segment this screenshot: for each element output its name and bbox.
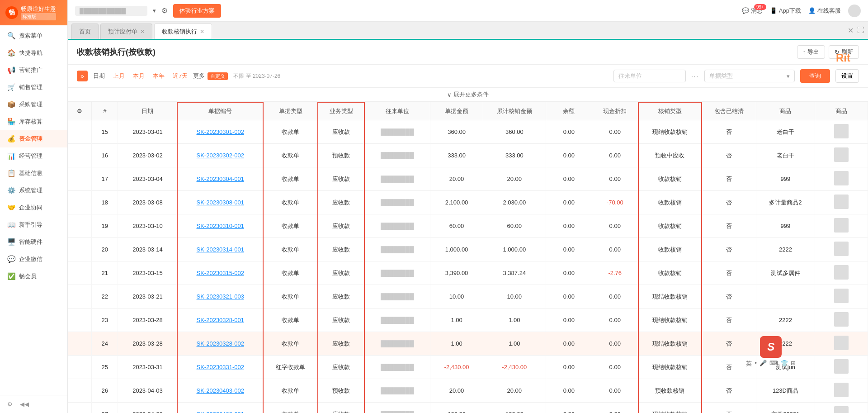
cell-docno[interactable]: SK-20230302-002 bbox=[177, 144, 263, 167]
logo: 畅 畅康道好生意 标推版 bbox=[0, 0, 67, 25]
logo-title: 畅康道好生意 bbox=[21, 5, 56, 13]
settings-btn[interactable]: 设置 bbox=[835, 69, 859, 83]
cell-doctype: 收款单 bbox=[263, 214, 318, 238]
cell-unit: ████████ bbox=[364, 214, 430, 238]
cell-docno[interactable]: SK-20230408-001 bbox=[177, 403, 263, 413]
chevron-down-icon: ∨ bbox=[447, 91, 452, 98]
user-avatar[interactable] bbox=[848, 5, 861, 17]
sidebar-item-inventory[interactable]: 🏪 库存核算 bbox=[0, 113, 67, 130]
export-btn[interactable]: ↑ 导出 bbox=[797, 45, 826, 59]
sidebar-item-enterprise[interactable]: 🤝 企业协同 bbox=[0, 199, 67, 216]
cell-amount: 3,390.00 bbox=[430, 261, 483, 285]
cell-docno[interactable]: SK-20230328-001 bbox=[177, 309, 263, 332]
tab-receivable[interactable]: 收款核销执行 ✕ bbox=[154, 24, 212, 39]
cell-include: 否 bbox=[702, 238, 756, 261]
sidebar-item-operation[interactable]: 📊 经营管理 bbox=[0, 147, 67, 165]
cell-rownum: 22 bbox=[92, 285, 118, 309]
sidebar-item-guide[interactable]: 📖 新手引导 bbox=[0, 216, 67, 233]
cell-docno[interactable]: SK-20230301-002 bbox=[177, 120, 263, 144]
cell-balance: 0.00 bbox=[546, 332, 592, 356]
filter-custom-btn[interactable]: 自定义 bbox=[208, 72, 228, 80]
app-download-btn[interactable]: 📱 App下载 bbox=[770, 7, 801, 15]
cell-goods: 2222 bbox=[756, 332, 815, 356]
close-all-btn[interactable]: ✕ bbox=[848, 26, 854, 35]
sidebar-item-label: 系统管理 bbox=[19, 186, 42, 195]
sidebar-item-search[interactable]: 🔍 搜索菜单 bbox=[0, 27, 67, 44]
sidebar-item-system[interactable]: ⚙️ 系统管理 bbox=[0, 182, 67, 199]
cell-rownum: 18 bbox=[92, 191, 118, 214]
filter-7days-btn[interactable]: 近7天 bbox=[170, 71, 190, 81]
cell-biztype: 应收款 bbox=[318, 238, 364, 261]
filter-more-btn[interactable]: 更多 bbox=[193, 72, 205, 80]
rit-username-text: Rit bbox=[836, 52, 850, 64]
cell-doctype: 收款单 bbox=[263, 238, 318, 261]
sidebar-item-label: 智能硬件 bbox=[19, 238, 42, 246]
sidebar-item-marketing[interactable]: 📢 营销推广 bbox=[0, 62, 67, 79]
cell-canceltype: 现结收款核销 bbox=[638, 403, 702, 413]
cell-biztype: 应收款 bbox=[318, 214, 364, 238]
cell-goods: 测试jun bbox=[756, 356, 815, 379]
cell-docno[interactable]: SK-20230314-001 bbox=[177, 238, 263, 261]
tab-receivable-label: 收款核销执行 bbox=[162, 28, 197, 36]
sidebar-item-label: 新手引导 bbox=[19, 221, 42, 229]
dropdown-icon[interactable]: ▾ bbox=[153, 7, 156, 14]
sidebar-item-basic[interactable]: 📋 基础信息 bbox=[0, 165, 67, 182]
filter-dots: ··· bbox=[691, 73, 699, 80]
sidebar-item-label: 搜索菜单 bbox=[19, 32, 42, 40]
filter-type-placeholder: 单据类型 bbox=[709, 72, 733, 80]
gear-icon[interactable]: ⚙ bbox=[161, 6, 168, 15]
sidebar-item-wechat[interactable]: 💬 企业微信 bbox=[0, 251, 67, 268]
cell-docno[interactable]: SK-20230403-002 bbox=[177, 379, 263, 403]
service-btn[interactable]: 👤 在线客服 bbox=[808, 7, 841, 15]
cell-docno[interactable]: SK-20230310-001 bbox=[177, 214, 263, 238]
sidebar-item-finance[interactable]: 💰 资金管理 bbox=[0, 130, 67, 147]
cell-amount: 2,100.00 bbox=[430, 191, 483, 214]
filter-this-month-btn[interactable]: 本月 bbox=[130, 71, 147, 81]
cell-docno[interactable]: SK-20230331-002 bbox=[177, 356, 263, 379]
cell-docno[interactable]: SK-20230304-001 bbox=[177, 167, 263, 191]
sidebar-item-label: 营销推广 bbox=[19, 66, 42, 74]
sidebar-item-hardware[interactable]: 🖥️ 智能硬件 bbox=[0, 233, 67, 251]
filter-last-month-btn[interactable]: 上月 bbox=[110, 71, 127, 81]
sidebar-item-member[interactable]: ✅ 畅会员 bbox=[0, 268, 67, 285]
sidebar-item-shortcut[interactable]: 🏠 快捷导航 bbox=[0, 44, 67, 62]
cell-balance: 0.00 bbox=[546, 309, 592, 332]
cell-goods2 bbox=[815, 214, 868, 238]
cell-unit: ████████ bbox=[364, 309, 430, 332]
tab-payable[interactable]: 预计应付单 ✕ bbox=[100, 24, 152, 39]
sidebar-collapse-icon[interactable]: ◀◀ bbox=[20, 401, 29, 408]
filter-type-select[interactable]: 单据类型 ▾ bbox=[704, 70, 795, 82]
cell-docno[interactable]: SK-20230308-001 bbox=[177, 191, 263, 214]
expand-more-btn[interactable]: ∨ 展开更多条件 bbox=[447, 90, 489, 99]
cell-include: 否 bbox=[702, 403, 756, 413]
table-container[interactable]: ⚙ # 日期 单据编号 单据类型 业务类型 往来单位 单据金额 累计核销金额 余… bbox=[68, 102, 868, 413]
cell-date: 2023-03-02 bbox=[118, 144, 177, 167]
tab-home[interactable]: 首页 bbox=[71, 24, 99, 39]
table-row: 162023-03-02SK-20230302-002收款单预收款███████… bbox=[68, 144, 868, 167]
sidebar-item-sales[interactable]: 🛒 销售管理 bbox=[0, 79, 67, 96]
sidebar-settings-icon[interactable]: ⚙ bbox=[7, 401, 13, 408]
message-btn[interactable]: 💬 消息 99+ bbox=[742, 7, 763, 15]
cell-settings bbox=[68, 238, 92, 261]
cell-docno[interactable]: SK-20230315-002 bbox=[177, 261, 263, 285]
table-row: 152023-03-01SK-20230301-002收款单应收款███████… bbox=[68, 120, 868, 144]
filter-toggle-btn[interactable]: » bbox=[77, 71, 88, 81]
sidebar: 畅 畅康道好生意 标推版 🔍 搜索菜单 🏠 快捷导航 📢 营销推广 🛒 销售管理… bbox=[0, 0, 68, 413]
cell-goods bbox=[756, 285, 815, 309]
expand-tab-btn[interactable]: ⛶ bbox=[857, 26, 864, 35]
tab-receivable-close[interactable]: ✕ bbox=[200, 28, 204, 35]
query-btn[interactable]: 查询 bbox=[800, 69, 830, 83]
tab-payable-close[interactable]: ✕ bbox=[140, 28, 145, 35]
cell-doctype: 收款单 bbox=[263, 167, 318, 191]
th-balance: 余额 bbox=[546, 102, 592, 120]
cell-docno[interactable]: SK-20230328-002 bbox=[177, 332, 263, 356]
cell-date: 2023-03-08 bbox=[118, 191, 177, 214]
tabbar: 首页 预计应付单 ✕ 收款核销执行 ✕ ✕ ⛶ bbox=[68, 22, 868, 40]
th-settings[interactable]: ⚙ bbox=[68, 102, 92, 120]
filter-this-year-btn[interactable]: 本年 bbox=[150, 71, 167, 81]
th-goods2: 商品 bbox=[815, 102, 868, 120]
cell-docno[interactable]: SK-20230321-003 bbox=[177, 285, 263, 309]
sidebar-item-purchase[interactable]: 📦 采购管理 bbox=[0, 96, 67, 113]
filter-unit-input[interactable]: 往来单位 bbox=[613, 70, 686, 82]
industry-btn[interactable]: 体验行业方案 bbox=[173, 4, 221, 18]
